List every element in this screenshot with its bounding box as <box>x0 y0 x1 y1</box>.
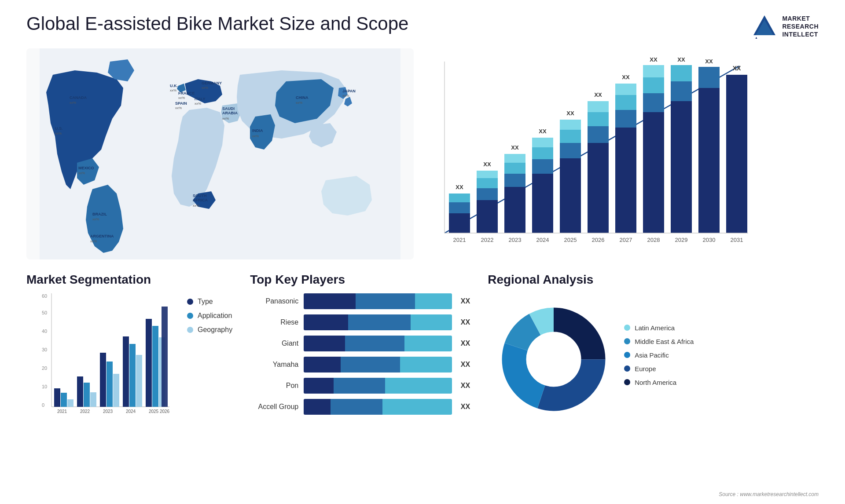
svg-text:xx%: xx% <box>92 217 99 221</box>
legend-asia-pacific: Asia Pacific <box>624 351 694 359</box>
legend-label-europe: Europe <box>635 365 656 373</box>
player-row-pon: Pon XX <box>250 378 470 394</box>
svg-text:2030: 2030 <box>703 237 716 243</box>
svg-rect-94 <box>726 75 747 233</box>
svg-rect-46 <box>477 171 498 178</box>
svg-rect-110 <box>67 399 73 407</box>
svg-text:xx%: xx% <box>252 134 259 138</box>
svg-text:2021: 2021 <box>57 409 67 414</box>
svg-rect-90 <box>698 88 720 233</box>
svg-text:xx%: xx% <box>195 102 201 106</box>
type-dot <box>187 299 193 305</box>
key-players-section: Top Key Players Panasonic XX Riese <box>250 273 470 484</box>
svg-text:xx%: xx% <box>70 101 76 105</box>
svg-text:ITALY: ITALY <box>195 97 206 101</box>
donut-chart <box>488 293 611 416</box>
legend-latin-america: Latin America <box>624 324 694 332</box>
svg-text:FRANCE: FRANCE <box>178 91 195 95</box>
svg-text:INDIA: INDIA <box>252 128 263 133</box>
svg-rect-109 <box>61 393 67 407</box>
world-map-svg: CANADA xx% U.S. xx% MEXICO xx% BRAZIL xx… <box>26 48 414 259</box>
svg-rect-114 <box>90 392 96 407</box>
svg-text:MEXICO: MEXICO <box>78 166 94 170</box>
svg-rect-58 <box>532 138 553 147</box>
player-value-giant: XX <box>461 340 470 347</box>
logo-text: MARKET RESEARCH INTELLECT <box>782 15 819 39</box>
svg-rect-69 <box>588 112 609 126</box>
svg-rect-39 <box>449 202 470 213</box>
player-row-giant: Giant XX <box>250 336 470 351</box>
player-value-panasonic: XX <box>461 297 470 305</box>
logo-icon: ▲ <box>751 13 778 40</box>
svg-rect-86 <box>671 81 692 101</box>
svg-text:XX: XX <box>650 57 658 63</box>
svg-text:2023: 2023 <box>509 237 522 243</box>
logo: ▲ MARKET RESEARCH INTELLECT <box>751 13 819 40</box>
middle-east-dot <box>624 338 630 344</box>
svg-text:2026: 2026 <box>592 237 605 243</box>
svg-text:2026: 2026 <box>160 409 170 414</box>
svg-rect-55 <box>532 174 553 233</box>
svg-text:2028: 2028 <box>647 237 660 243</box>
player-bar-yamaha <box>304 357 452 373</box>
svg-rect-82 <box>643 65 664 77</box>
svg-rect-118 <box>113 374 119 407</box>
svg-text:2024: 2024 <box>536 237 549 243</box>
top-section: CANADA xx% U.S. xx% MEXICO xx% BRAZIL xx… <box>26 48 819 259</box>
svg-text:XX: XX <box>705 58 713 65</box>
player-name-yamaha: Yamaha <box>250 361 298 369</box>
svg-text:xx%: xx% <box>90 239 97 243</box>
svg-text:2024: 2024 <box>126 409 136 414</box>
player-row-riese: Riese XX <box>250 314 470 330</box>
legend-label-north-america: North America <box>635 379 676 386</box>
legend-label-geography: Geography <box>198 326 232 334</box>
svg-text:GERMANY: GERMANY <box>202 81 222 85</box>
segmentation-chart-area: 0 10 20 30 40 50 60 202 <box>26 293 232 427</box>
svg-text:XX: XX <box>566 110 574 117</box>
regional-legend: Latin America Middle East & Africa Asia … <box>624 324 694 386</box>
key-players-title: Top Key Players <box>250 273 470 287</box>
svg-text:SPAIN: SPAIN <box>175 101 187 106</box>
source-text: Source : www.marketresearchintellect.com <box>719 491 819 497</box>
svg-rect-57 <box>532 147 553 159</box>
player-bar-panasonic <box>304 293 452 309</box>
svg-text:xx%: xx% <box>342 94 349 98</box>
svg-rect-87 <box>671 65 692 81</box>
svg-rect-85 <box>671 101 692 233</box>
svg-text:XX: XX <box>483 161 491 168</box>
svg-point-135 <box>526 332 581 387</box>
regional-section: Regional Analysis <box>488 273 819 484</box>
donut-svg <box>488 293 620 425</box>
player-value-pon: XX <box>461 382 470 390</box>
player-bar-riese <box>304 314 452 330</box>
player-value-accell: XX <box>461 403 470 411</box>
player-bar-accell <box>304 399 452 415</box>
svg-rect-50 <box>504 174 525 187</box>
svg-text:10: 10 <box>42 384 47 389</box>
svg-rect-44 <box>477 188 498 200</box>
svg-rect-124 <box>146 319 152 407</box>
svg-text:xx%: xx% <box>78 171 85 175</box>
svg-text:xx%: xx% <box>222 117 229 121</box>
players-chart: Panasonic XX Riese X <box>250 293 470 415</box>
svg-text:2022: 2022 <box>481 237 494 243</box>
europe-dot <box>624 365 630 372</box>
north-america-dot <box>624 379 630 385</box>
svg-text:CHINA: CHINA <box>296 95 309 100</box>
svg-rect-70 <box>588 101 609 112</box>
svg-rect-122 <box>136 355 142 407</box>
asia-pacific-dot <box>624 352 630 358</box>
svg-rect-38 <box>449 213 470 233</box>
svg-rect-62 <box>560 143 581 158</box>
legend-item-application: Application <box>187 312 232 320</box>
player-row-panasonic: Panasonic XX <box>250 293 470 309</box>
svg-text:xx%: xx% <box>193 204 199 208</box>
svg-rect-81 <box>643 77 664 93</box>
legend-label-middle-east: Middle East & Africa <box>635 338 694 345</box>
svg-text:xx%: xx% <box>178 96 185 100</box>
svg-text:0: 0 <box>42 402 44 408</box>
regional-content: Latin America Middle East & Africa Asia … <box>488 293 819 416</box>
svg-text:2031: 2031 <box>731 237 743 243</box>
legend-middle-east: Middle East & Africa <box>624 338 694 345</box>
player-value-riese: XX <box>461 318 470 326</box>
